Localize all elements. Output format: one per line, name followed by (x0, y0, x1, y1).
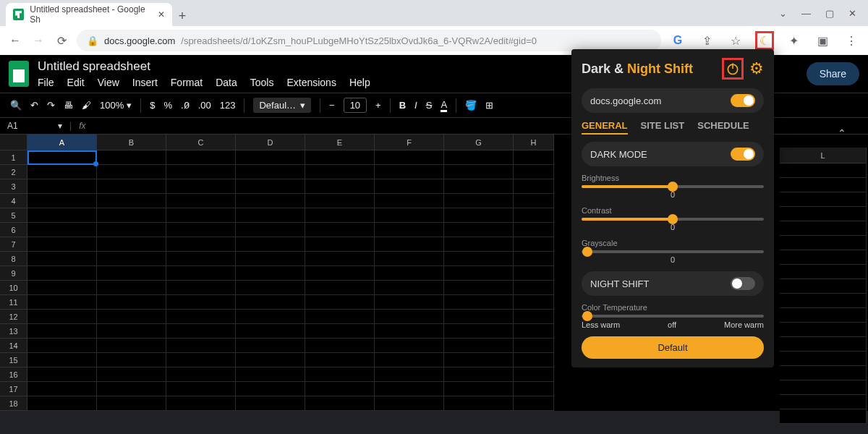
cell[interactable] (166, 237, 236, 252)
google-icon[interactable]: G (668, 31, 687, 50)
cell[interactable] (305, 179, 375, 194)
menu-help[interactable]: Help (349, 77, 370, 88)
close-window-icon[interactable]: ✕ (848, 8, 856, 19)
cell[interactable] (166, 396, 236, 411)
row-header-17[interactable]: 17 (0, 382, 27, 396)
cell[interactable] (444, 179, 514, 194)
cell[interactable] (236, 324, 305, 339)
cell[interactable] (375, 396, 444, 411)
cell[interactable] (97, 208, 166, 223)
cell[interactable] (444, 353, 514, 367)
row-header-3[interactable]: 3 (0, 179, 27, 194)
menu-tools[interactable]: Tools (250, 77, 274, 88)
cell[interactable] (305, 165, 375, 179)
dark-mode-toggle[interactable]: DARK MODE (582, 142, 764, 166)
cell[interactable] (780, 221, 867, 236)
cell[interactable] (236, 165, 305, 179)
cell[interactable] (375, 295, 444, 310)
cell[interactable] (236, 353, 305, 367)
cell[interactable] (97, 266, 166, 281)
cell[interactable] (236, 194, 305, 208)
cell[interactable] (514, 339, 554, 353)
cell[interactable] (375, 310, 444, 324)
cell[interactable] (305, 339, 375, 353)
cell[interactable] (97, 396, 166, 411)
format-number-icon[interactable]: 123 (220, 100, 236, 111)
menu-edit[interactable]: Edit (67, 77, 85, 88)
col-header-a[interactable]: A (27, 135, 97, 150)
cell[interactable] (97, 310, 166, 324)
share-button[interactable]: Share (807, 62, 859, 85)
cell[interactable] (305, 223, 375, 237)
cell[interactable] (444, 310, 514, 324)
minimize-icon[interactable]: — (801, 8, 811, 19)
cell[interactable] (166, 324, 236, 339)
select-all-corner[interactable] (0, 135, 27, 150)
cell[interactable] (444, 150, 514, 165)
cell[interactable] (305, 324, 375, 339)
cell[interactable] (444, 295, 514, 310)
cell[interactable] (444, 339, 514, 353)
cell[interactable] (375, 150, 444, 165)
cell[interactable] (305, 281, 375, 295)
cell[interactable] (166, 353, 236, 367)
cell[interactable] (305, 150, 375, 165)
menu-extensions[interactable]: Extensions (286, 77, 336, 88)
row-header-13[interactable]: 13 (0, 324, 27, 339)
undo-icon[interactable]: ↶ (30, 100, 38, 111)
cell[interactable] (444, 194, 514, 208)
cell[interactable] (375, 353, 444, 367)
cell[interactable] (27, 150, 97, 165)
cell[interactable] (444, 165, 514, 179)
cell[interactable] (27, 396, 97, 411)
cell[interactable] (514, 281, 554, 295)
cell[interactable] (514, 237, 554, 252)
cell[interactable] (27, 295, 97, 310)
cell[interactable] (166, 223, 236, 237)
cell[interactable] (375, 208, 444, 223)
print-icon[interactable]: 🖶 (64, 100, 73, 111)
cell[interactable] (780, 163, 867, 178)
cell[interactable] (780, 337, 867, 352)
tab-site-list[interactable]: SITE LIST (641, 120, 685, 135)
cell[interactable] (375, 281, 444, 295)
sidepanel-icon[interactable]: ▣ (813, 31, 832, 50)
font-size-increase[interactable]: + (375, 100, 381, 111)
cell[interactable] (166, 194, 236, 208)
night-shift-switch[interactable] (731, 277, 755, 290)
cell[interactable] (305, 295, 375, 310)
cell[interactable] (780, 207, 867, 221)
cell[interactable] (166, 339, 236, 353)
cell[interactable] (375, 223, 444, 237)
contrast-slider[interactable] (582, 218, 764, 221)
reload-button[interactable]: ⟳ (54, 33, 69, 48)
paint-format-icon[interactable]: 🖌 (82, 100, 91, 111)
bookmark-icon[interactable]: ☆ (726, 31, 745, 50)
cell[interactable] (305, 237, 375, 252)
currency-icon[interactable]: $ (150, 100, 155, 111)
row-header-18[interactable]: 18 (0, 396, 27, 411)
menu-file[interactable]: File (38, 77, 54, 88)
row-header-5[interactable]: 5 (0, 208, 27, 223)
cell[interactable] (166, 281, 236, 295)
chevron-down-icon[interactable]: ⌄ (779, 8, 787, 19)
cell[interactable] (236, 396, 305, 411)
cell[interactable] (236, 382, 305, 396)
cell[interactable] (375, 382, 444, 396)
cell[interactable] (166, 382, 236, 396)
cell[interactable] (514, 382, 554, 396)
cell[interactable] (166, 179, 236, 194)
cell[interactable] (305, 194, 375, 208)
cell[interactable] (514, 367, 554, 382)
settings-gear-icon[interactable]: ⚙ (749, 59, 764, 78)
cell[interactable] (444, 237, 514, 252)
increase-decimal-icon[interactable]: .00 (198, 100, 211, 111)
cell[interactable] (27, 353, 97, 367)
night-shift-toggle[interactable]: NIGHT SHIFT (582, 271, 764, 296)
strikethrough-icon[interactable]: S (426, 100, 433, 111)
cell[interactable] (166, 165, 236, 179)
doc-title[interactable]: Untitled spreadsheet (38, 59, 370, 74)
cell[interactable] (236, 295, 305, 310)
chevron-down-icon[interactable]: ▾ (58, 121, 62, 131)
cell[interactable] (97, 367, 166, 382)
